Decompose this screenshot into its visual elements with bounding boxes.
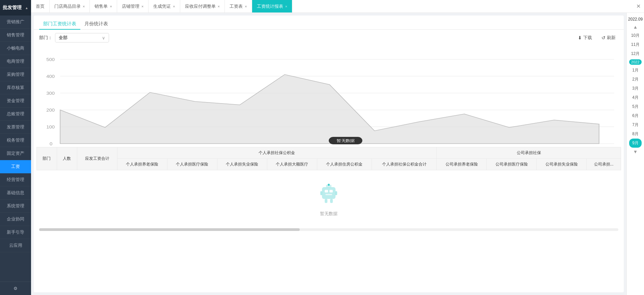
tab-dmspml[interactable]: 门店商品目录× <box>50 0 90 12</box>
tab-label-dpgl: 店铺管理 <box>122 3 139 9</box>
th-p-medical: 个人承担医疗保险 <box>167 159 217 170</box>
date-month-1月[interactable]: 1月 <box>629 66 642 75</box>
tab-label-gztjb: 工资统计报表 <box>257 3 283 9</box>
toolbar-left: 部门： 全部 ∨ <box>39 33 109 42</box>
tab-close-gztjb[interactable]: × <box>285 4 287 8</box>
download-icon: ⬇ <box>578 35 582 40</box>
date-month-6月[interactable]: 6月 <box>629 111 642 120</box>
sidebar-item-xsyd[interactable]: 新手引导 <box>0 226 31 239</box>
svg-rect-15 <box>325 194 332 195</box>
dept-select[interactable]: 全部 ∨ <box>55 33 109 42</box>
sidebar-item-gdzy[interactable]: 固定资产 <box>0 147 31 160</box>
date-month-4月[interactable]: 4月 <box>629 93 642 102</box>
tab-close-ysyftz[interactable]: × <box>218 4 220 8</box>
sidebar-item-yxtt[interactable]: 营销推广 <box>0 16 31 29</box>
content-area: 部门工资统计表月份统计表 部门： 全部 ∨ ⬇ 下载 ↺ <box>31 13 644 295</box>
tab-ysyftz[interactable]: 应收应付调整单× <box>180 0 225 12</box>
svg-rect-13 <box>325 190 328 193</box>
sidebar-item-swgl[interactable]: 税务管理 <box>0 134 31 147</box>
date-nav-down-button[interactable]: ▼ <box>632 148 640 156</box>
th-salary-total: 应发工资合计 <box>77 147 117 170</box>
th-p-major-medical: 个人承担大额医疗 <box>267 159 317 170</box>
date-month-5月[interactable]: 5月 <box>629 102 642 111</box>
chart-container: 0 100 200 300 400 500 <box>39 46 618 147</box>
sidebar-item-yyyp[interactable]: 云应用 <box>0 239 31 252</box>
tab-label-xhd: 销售单 <box>95 3 108 9</box>
chart-svg: 0 100 200 300 400 500 <box>39 46 618 147</box>
svg-text:100: 100 <box>46 125 55 129</box>
sub-tabs: 部门工资统计表月份统计表 <box>34 16 624 30</box>
svg-rect-17 <box>335 191 337 195</box>
sidebar: 批发管理 ▲ 营销推广销售管理小畅电商电商管理采购管理库存核算资金管理总账管理发… <box>0 0 31 295</box>
svg-point-21 <box>328 184 330 186</box>
sidebar-item-qyxt[interactable]: 企业协同 <box>0 213 31 226</box>
horizontal-scrollbar[interactable] <box>39 228 618 231</box>
date-month-10月[interactable]: 10月 <box>629 31 642 40</box>
tab-close-dmspml[interactable]: × <box>83 4 85 8</box>
th-dept: 部门 <box>37 147 57 170</box>
sidebar-item-xtgl[interactable]: 系统管理 <box>0 200 31 213</box>
tab-gztjb[interactable]: 工资统计报表× <box>252 0 292 12</box>
tab-label-dmspml: 门店商品目录 <box>54 3 81 9</box>
svg-text:0: 0 <box>50 142 52 146</box>
sidebar-item-kchs[interactable]: 库存核算 <box>0 81 31 94</box>
sub-tab-bmgztj[interactable]: 部门工资统计表 <box>39 19 80 30</box>
tab-dpgl[interactable]: 店铺管理× <box>117 0 149 12</box>
th-c-unemploy: 公司承担失业保险 <box>537 159 587 170</box>
sidebar-item-gz[interactable]: 工资 <box>0 160 31 173</box>
sidebar-item-jygl[interactable]: 经营管理 <box>0 173 31 186</box>
tab-xhd[interactable]: 销售单× <box>90 0 117 12</box>
tab-label-gzb: 工资表 <box>230 3 243 9</box>
chart-tooltip-text: 暂无数据 <box>337 139 354 143</box>
sidebar-item-jcxx[interactable]: 基础信息 <box>0 186 31 200</box>
date-months: 10月11月12月20221月2月3月4月5月6月7月8月9月 <box>629 31 642 148</box>
tab-gzb[interactable]: 工资表× <box>225 0 252 12</box>
th-company-social: 公司承担社保 <box>437 147 621 159</box>
tab-close-scpz[interactable]: × <box>173 4 175 8</box>
sub-tab-yftj[interactable]: 月份统计表 <box>80 19 112 30</box>
scrollbar-thumb[interactable] <box>39 228 300 231</box>
sidebar-header[interactable]: 批发管理 ▲ <box>0 0 31 16</box>
sidebar-item-xpdws[interactable]: 小畅电商 <box>0 42 31 55</box>
refresh-button[interactable]: ↺ 刷新 <box>599 33 618 42</box>
sidebar-item-zjgl[interactable]: 资金管理 <box>0 94 31 108</box>
date-month-3月[interactable]: 3月 <box>629 84 642 93</box>
date-month-9月[interactable]: 9月 <box>629 139 642 148</box>
empty-icon <box>315 180 342 207</box>
date-month-8月[interactable]: 8月 <box>629 129 642 139</box>
download-button[interactable]: ⬇ 下载 <box>575 33 595 42</box>
date-month-2月[interactable]: 2月 <box>629 75 642 84</box>
svg-text:400: 400 <box>46 74 55 79</box>
tab-close-dpgl[interactable]: × <box>141 4 143 8</box>
tab-close-gzb[interactable]: × <box>245 4 247 8</box>
date-panel-header[interactable]: 2022.09 <box>626 16 644 23</box>
sidebar-item-cggl[interactable]: 采购管理 <box>0 68 31 81</box>
table-container[interactable]: 部门 人数 应发工资合计 个人承担社保公积金 公司承担社保 个人承担养老保险 个… <box>36 147 621 292</box>
sidebar-item-xsgl[interactable]: 销售管理 <box>0 29 31 42</box>
tab-scpz[interactable]: 生成凭证× <box>149 0 180 12</box>
sidebar-item-zzgl[interactable]: 总账管理 <box>0 108 31 121</box>
date-month-11月[interactable]: 11月 <box>629 40 642 49</box>
tab-items: 首页门店商品目录×销售单×店铺管理×生成凭证×应收应付调整单×工资表×工资统计报… <box>31 0 292 12</box>
settings-icon: ⚙ <box>14 286 18 291</box>
th-c-more: 公司承担... <box>587 159 621 170</box>
th-p-total: 个人承担社保公积金合计 <box>372 159 437 170</box>
tab-label-ysyftz: 应收应付调整单 <box>185 3 216 9</box>
close-tab-button[interactable]: ✕ <box>633 0 644 12</box>
chart-area: 0 100 200 300 400 500 <box>34 46 624 147</box>
date-panel: 2022.09 ▲ 10月11月12月20221月2月3月4月5月6月7月8月9… <box>626 13 644 295</box>
th-personal-social: 个人承担社保公积金 <box>117 147 437 159</box>
main-area: 首页门店商品目录×销售单×店铺管理×生成凭证×应收应付调整单×工资表×工资统计报… <box>31 0 644 295</box>
svg-rect-19 <box>330 199 333 203</box>
toolbar: 部门： 全部 ∨ ⬇ 下载 ↺ 刷新 <box>34 30 624 46</box>
tab-close-xhd[interactable]: × <box>110 4 112 8</box>
date-nav-up-button[interactable]: ▲ <box>632 23 640 31</box>
date-year-badge[interactable]: 2022 <box>629 59 642 65</box>
sidebar-item-fpgl[interactable]: 发票管理 <box>0 121 31 134</box>
tab-bar: 首页门店商品目录×销售单×店铺管理×生成凭证×应收应付调整单×工资表×工资统计报… <box>31 0 644 13</box>
tab-home[interactable]: 首页 <box>31 0 50 12</box>
date-month-7月[interactable]: 7月 <box>629 120 642 129</box>
date-month-12月[interactable]: 12月 <box>629 49 642 58</box>
sidebar-settings-button[interactable]: ⚙ <box>0 282 31 295</box>
sidebar-item-dsggl[interactable]: 电商管理 <box>0 55 31 68</box>
